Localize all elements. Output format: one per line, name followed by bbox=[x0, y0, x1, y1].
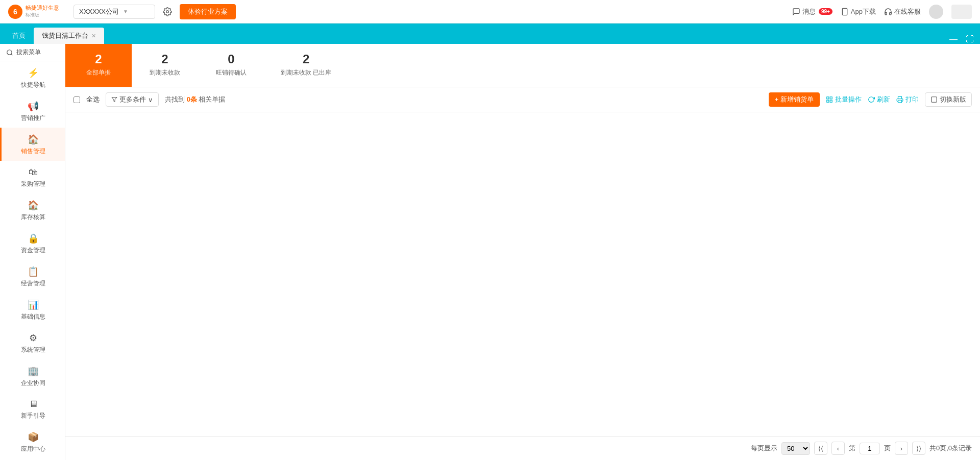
sidebar-item-inventory-label: 库存核算 bbox=[21, 213, 45, 222]
select-all-checkbox[interactable] bbox=[74, 96, 80, 103]
quick-nav-icon: ⚡ bbox=[28, 67, 39, 79]
tab-minimize-icon[interactable]: — bbox=[947, 35, 960, 44]
stat-label-pending: 旺铺待确认 bbox=[214, 68, 248, 77]
stat-card-pending[interactable]: 0 旺铺待确认 bbox=[198, 44, 264, 87]
app-download-label: App下载 bbox=[851, 7, 876, 16]
system-icon: ⚙ bbox=[29, 332, 37, 344]
basic-info-icon: 📊 bbox=[28, 299, 39, 310]
sidebar-item-system[interactable]: ⚙ 系统管理 bbox=[0, 326, 65, 359]
sidebar-item-purchase[interactable]: 🛍 采购管理 bbox=[0, 161, 65, 193]
guide-icon: 🖥 bbox=[29, 399, 38, 409]
svg-point-0 bbox=[166, 10, 169, 13]
prev-page-button[interactable]: ‹ bbox=[831, 442, 845, 455]
pagination: 每页显示 10 20 50 100 ⟨⟨ ‹ 第 页 › ⟩⟩ 共0页,0条记录 bbox=[65, 436, 980, 460]
found-count: 0条 bbox=[187, 95, 197, 103]
page-label: 第 bbox=[849, 444, 855, 453]
nav-tabs-right: — ⛶ bbox=[947, 35, 980, 44]
svg-rect-7 bbox=[830, 97, 832, 99]
sidebar-item-enterprise[interactable]: 🏢 企业协同 bbox=[0, 359, 65, 393]
sidebar-item-inventory[interactable]: 🏠 库存核算 bbox=[0, 193, 65, 227]
stat-card-overdue[interactable]: 2 到期未收款 bbox=[132, 44, 198, 87]
per-page-select[interactable]: 10 20 50 100 bbox=[781, 442, 810, 455]
stat-card-overdue-out[interactable]: 2 到期未收款 已出库 bbox=[264, 44, 348, 87]
svg-rect-1 bbox=[842, 8, 847, 15]
online-service-label: 在线客服 bbox=[894, 7, 921, 16]
refresh-button[interactable]: 刷新 bbox=[868, 95, 890, 104]
page-input[interactable] bbox=[860, 443, 880, 454]
sidebar-item-app-center[interactable]: 📦 应用中心 bbox=[0, 425, 65, 458]
page-suffix: 页 bbox=[884, 444, 891, 453]
message-button[interactable]: 消息 99+ bbox=[792, 7, 832, 16]
sidebar-item-purchase-label: 采购管理 bbox=[21, 180, 45, 188]
trial-button[interactable]: 体验行业方案 bbox=[180, 4, 236, 19]
stat-label-overdue: 到期未收款 bbox=[148, 68, 182, 77]
first-page-button[interactable]: ⟨⟨ bbox=[814, 442, 827, 455]
svg-marker-5 bbox=[112, 98, 117, 102]
sidebar: 搜索菜单 ⚡ 快捷导航 📢 营销推广 🏠 销售管理 🛍 采购管理 🏠 库存核算 … bbox=[0, 44, 65, 460]
new-order-button[interactable]: + 新增销货单 bbox=[769, 92, 820, 107]
last-page-button[interactable]: ⟩⟩ bbox=[912, 442, 925, 455]
app-name: 畅捷通好生意 bbox=[26, 5, 59, 11]
app-badge: 标准版 bbox=[26, 12, 59, 18]
svg-rect-11 bbox=[932, 97, 937, 103]
found-suffix: 相关单据 bbox=[199, 95, 225, 103]
stat-card-all[interactable]: 2 全部单据 bbox=[65, 44, 132, 87]
tab-work[interactable]: 钱货日清工作台 ✕ bbox=[34, 28, 104, 44]
sidebar-item-guide-label: 新手引导 bbox=[21, 411, 45, 420]
company-selector[interactable]: XXXXXX公司 ▼ bbox=[74, 5, 155, 19]
stat-number-pending: 0 bbox=[214, 52, 248, 66]
found-prefix: 共找到 bbox=[165, 95, 185, 103]
found-text: 共找到 0条 相关单据 bbox=[165, 95, 225, 104]
sidebar-item-basic-info-label: 基础信息 bbox=[21, 312, 45, 321]
next-page-button[interactable]: › bbox=[895, 442, 908, 455]
sidebar-item-sales-label: 销售管理 bbox=[21, 147, 45, 156]
filter-button[interactable]: 更多条件 ∨ bbox=[106, 92, 159, 107]
sidebar-item-guide[interactable]: 🖥 新手引导 bbox=[0, 393, 65, 425]
per-page-label: 每页显示 bbox=[751, 444, 777, 453]
stat-label-overdue-out: 到期未收款 已出库 bbox=[281, 68, 331, 77]
tab-home-label: 首页 bbox=[12, 31, 26, 40]
sidebar-item-marketing[interactable]: 📢 营销推广 bbox=[0, 94, 65, 128]
sidebar-item-operations-label: 经营管理 bbox=[21, 279, 45, 288]
tab-work-label: 钱货日清工作台 bbox=[42, 31, 88, 40]
batch-op-label: 批量操作 bbox=[835, 95, 862, 104]
company-dropdown-icon: ▼ bbox=[123, 9, 128, 14]
sidebar-item-marketing-label: 营销推广 bbox=[21, 114, 45, 123]
sidebar-item-quick-nav-label: 快捷导航 bbox=[21, 81, 45, 89]
search-menu-button[interactable]: 搜索菜单 bbox=[0, 44, 65, 61]
svg-rect-10 bbox=[898, 100, 902, 103]
user-name-area[interactable] bbox=[951, 5, 972, 19]
stats-row: 2 全部单据 2 到期未收款 0 旺铺待确认 2 到期未收款 已出库 bbox=[65, 44, 980, 87]
sidebar-item-basic-info[interactable]: 📊 基础信息 bbox=[0, 293, 65, 326]
tab-close-icon[interactable]: ✕ bbox=[91, 33, 96, 39]
sidebar-item-finance[interactable]: 🔒 资金管理 bbox=[0, 227, 65, 260]
sidebar-item-quick-nav[interactable]: ⚡ 快捷导航 bbox=[0, 61, 65, 94]
sidebar-item-operations[interactable]: 📋 经营管理 bbox=[0, 260, 65, 293]
filter-label: 更多条件 bbox=[119, 95, 146, 104]
svg-line-4 bbox=[11, 54, 13, 55]
online-service-button[interactable]: 在线客服 bbox=[884, 7, 921, 16]
sidebar-item-enterprise-label: 企业协同 bbox=[21, 379, 45, 388]
message-badge: 99+ bbox=[819, 8, 832, 15]
main-layout: 搜索菜单 ⚡ 快捷导航 📢 营销推广 🏠 销售管理 🛍 采购管理 🏠 库存核算 … bbox=[0, 44, 980, 460]
switch-version-button[interactable]: 切换新版 bbox=[925, 92, 972, 107]
purchase-icon: 🛍 bbox=[29, 167, 38, 178]
select-all-label: 全选 bbox=[86, 95, 100, 104]
svg-rect-6 bbox=[827, 97, 829, 99]
finance-icon: 🔒 bbox=[28, 233, 39, 244]
print-button[interactable]: 打印 bbox=[896, 95, 919, 104]
marketing-icon: 📢 bbox=[28, 101, 39, 112]
svg-rect-8 bbox=[830, 100, 832, 102]
batch-op-button[interactable]: 批量操作 bbox=[826, 95, 862, 104]
avatar[interactable] bbox=[929, 5, 943, 19]
sidebar-item-sales[interactable]: 🏠 销售管理 bbox=[0, 128, 65, 161]
tab-expand-icon[interactable]: ⛶ bbox=[964, 35, 976, 44]
app-download-button[interactable]: App下载 bbox=[841, 7, 876, 16]
content-area: 2 全部单据 2 到期未收款 0 旺铺待确认 2 到期未收款 已出库 全选 bbox=[65, 44, 980, 460]
total-info: 共0页,0条记录 bbox=[929, 444, 972, 453]
header-right: 消息 99+ App下载 在线客服 bbox=[792, 5, 972, 19]
settings-button[interactable] bbox=[159, 4, 176, 20]
tab-home[interactable]: 首页 bbox=[4, 28, 34, 44]
toolbar: 全选 更多条件 ∨ 共找到 0条 相关单据 + 新增销货单 bbox=[65, 87, 980, 112]
stat-number-overdue-out: 2 bbox=[281, 52, 331, 66]
